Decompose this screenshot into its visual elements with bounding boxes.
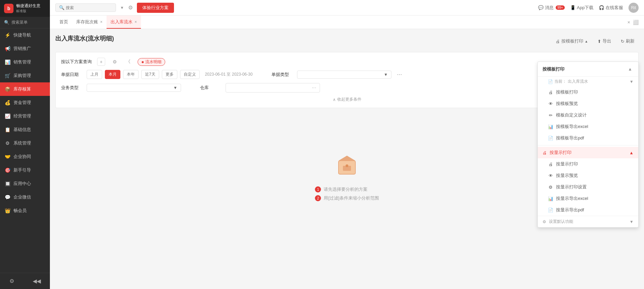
tab-close-all-icon[interactable]: × xyxy=(627,20,630,25)
tab-close-inventory-batch[interactable]: × xyxy=(100,20,103,24)
date-btn-this-month[interactable]: 本月 xyxy=(105,70,120,79)
filter-tag: ● 流水明细 xyxy=(138,58,165,66)
svg-point-3 xyxy=(346,164,348,167)
tab-home[interactable]: 首页 xyxy=(55,16,72,29)
sidebar-item-label: 销售管理 xyxy=(13,59,31,65)
sidebar-item-corp[interactable]: 🤝 企业协同 xyxy=(0,150,50,163)
tab-maximize-icon[interactable]: ⬜ xyxy=(633,20,639,25)
dropdown-item-display-print[interactable]: 🖨 按显示打印 xyxy=(538,158,638,170)
date-range-display: 2023-06-01 至 2023-06-30 xyxy=(205,72,253,77)
dropdown-item-template-design[interactable]: ✏ 模板自定义设计 xyxy=(538,109,638,121)
date-btn-this-year[interactable]: 本年 xyxy=(123,70,139,79)
date-btn-custom[interactable]: 自定义 xyxy=(180,70,200,79)
date-label: 单据日期 xyxy=(61,72,81,78)
sidebar-item-basic[interactable]: 📋 基础信息 xyxy=(0,123,50,136)
sidebar-settings-btn[interactable]: ⚙ xyxy=(7,277,17,286)
sidebar-item-label: 资金管理 xyxy=(13,100,31,106)
sidebar-item-operations[interactable]: 📈 经营管理 xyxy=(0,109,50,123)
topbar-search-box[interactable]: 🔍 xyxy=(55,3,116,12)
dropdown-item-template-pdf[interactable]: 📄 按模板导出pdf xyxy=(538,132,638,144)
refresh-btn[interactable]: ↻ 刷新 xyxy=(618,37,637,46)
svg-marker-1 xyxy=(339,156,355,161)
date-btn-more[interactable]: 更多 xyxy=(162,70,177,79)
topbar-search-icon: 🔍 xyxy=(59,5,64,10)
filter-tag-label: 流水明细 xyxy=(145,59,162,65)
messages-btn[interactable]: 💬 消息 99+ xyxy=(538,5,565,11)
more-icon[interactable]: ··· xyxy=(312,85,316,91)
scroll-up-btn[interactable]: ▲ xyxy=(626,65,634,73)
filter-add-btn[interactable]: + xyxy=(97,58,105,66)
sidebar-collapse-btn[interactable]: ◀◀ xyxy=(30,277,43,286)
sidebar-item-apps[interactable]: 🔲 应用中心 xyxy=(0,177,50,190)
empty-steps: 1 请先选择要分析的方案 2 用[过滤]条件来缩小分析范围 xyxy=(315,186,379,204)
user-avatar-btn[interactable]: Rit xyxy=(628,3,639,13)
topbar: 🔍 ▼ ⚙ 体验行业方案 💬 消息 99+ 📱 App下载 🎧 在线客服 Rit xyxy=(50,0,644,16)
excel-icon: 📊 xyxy=(548,124,553,129)
sidebar-item-member[interactable]: 👑 畅会员 xyxy=(0,204,50,217)
business-type-select[interactable]: ▼ xyxy=(87,84,181,92)
filter-settings-btn[interactable]: ⚙ xyxy=(111,58,119,66)
dropdown-divider xyxy=(538,145,638,146)
pdf-icon: 📄 xyxy=(548,207,553,213)
dropdown-title: 按模板打印 xyxy=(543,66,564,72)
sidebar-item-label: 营销推广 xyxy=(13,46,31,52)
dropdown-item-template-excel[interactable]: 📊 按模板导出excel xyxy=(538,121,638,132)
bill-type-label: 单据类型 xyxy=(271,72,292,78)
headset-icon: 🎧 xyxy=(599,5,604,10)
topbar-search-input[interactable] xyxy=(66,5,106,10)
dropdown-item-display-pdf[interactable]: 📄 按显示导出pdf xyxy=(538,204,638,216)
phone-icon: 📱 xyxy=(570,5,576,10)
export-btn[interactable]: ⬆ 导出 xyxy=(595,37,614,46)
sidebar-item-quick-nav[interactable]: ⚡ 快捷导航 xyxy=(0,28,50,42)
industry-btn[interactable]: 体验行业方案 xyxy=(137,3,174,13)
sidebar-item-label: 畅会员 xyxy=(13,208,27,214)
tab-stock-flow[interactable]: 出入库流水 × xyxy=(107,16,141,29)
dropdown-item-display-settings[interactable]: ⚙ 按显示打印设置 xyxy=(538,181,638,193)
sidebar-search[interactable]: 🔍 搜索菜单 xyxy=(0,17,50,28)
page-content: 出入库流水(流水明细) 🖨 按模板打印 ▲ ⬆ 导出 ↻ 刷新 xyxy=(50,29,644,289)
tab-inventory-batch[interactable]: 库存批次账 × xyxy=(72,16,107,29)
excel-icon: 📊 xyxy=(548,196,553,201)
app-download-btn[interactable]: 📱 App下载 xyxy=(570,5,593,11)
bill-type-more-btn[interactable]: ··· xyxy=(397,71,402,78)
sidebar-item-label: 快捷导航 xyxy=(13,32,31,38)
tab-close-stock-flow[interactable]: × xyxy=(135,20,137,24)
inventory-icon: 📦 xyxy=(4,86,11,93)
topbar-settings-icon[interactable]: ⚙ xyxy=(128,4,133,11)
online-service-btn[interactable]: 🎧 在线客服 xyxy=(599,5,623,11)
template-print-btn[interactable]: 🖨 按模板打印 ▲ xyxy=(553,37,591,46)
dropdown-footer[interactable]: ⚙ 设置默认功能 ▼ xyxy=(538,216,638,227)
sidebar-item-sales[interactable]: 📊 销售管理 xyxy=(0,55,50,69)
filter-collapse-btn[interactable]: 《 xyxy=(124,58,132,66)
sidebar-item-inventory[interactable]: 📦 库存核算 xyxy=(0,82,50,96)
export-icon: ⬆ xyxy=(597,39,601,44)
messages-badge: 99+ xyxy=(556,5,565,10)
topbar-right: 💬 消息 99+ 📱 App下载 🎧 在线客服 Rit xyxy=(538,3,639,13)
chevron-up-icon: ∧ xyxy=(333,97,336,102)
dropdown-item-display-excel[interactable]: 📊 按显示导出excel xyxy=(538,193,638,204)
printer-icon: 🖨 xyxy=(556,39,560,44)
current-value: 出入库流水 xyxy=(568,79,588,84)
sidebar-item-guide[interactable]: 🎯 新手引导 xyxy=(0,163,50,177)
sidebar-item-purchase[interactable]: 🛒 采购管理 xyxy=(0,69,50,82)
dropdown-panel: 按模板打印 ▲ 📄 当前： 出入库流水 ▼ 🖨 按模板打印 👁 按模板预览 xyxy=(537,61,639,228)
sidebar-item-marketing[interactable]: 📢 营销推广 xyxy=(0,42,50,55)
default-settings-icon: ⚙ xyxy=(543,219,546,224)
warehouse-label: 仓库 xyxy=(200,85,220,91)
date-btn-7days[interactable]: 近7天 xyxy=(141,70,159,79)
warehouse-select[interactable]: ··· xyxy=(226,83,320,93)
sidebar: b 畅捷通好生意 标准版 🔍 搜索菜单 ⚡ 快捷导航 📢 营销推广 📊 销售管理… xyxy=(0,0,50,289)
sidebar-item-wechat[interactable]: 💬 企业微信 xyxy=(0,190,50,204)
sidebar-item-system[interactable]: ⚙ 系统管理 xyxy=(0,136,50,150)
date-filter-buttons: 上月 本月 本年 近7天 更多 自定义 xyxy=(87,70,200,79)
bill-type-select[interactable]: ▼ xyxy=(297,71,391,79)
topbar-dropdown-icon[interactable]: ▼ xyxy=(120,5,124,10)
dropdown-item-display-preview[interactable]: 👁 按显示预览 xyxy=(538,170,638,181)
dropdown-item-template-preview[interactable]: 👁 按模板预览 xyxy=(538,98,638,109)
refresh-icon: ↻ xyxy=(621,39,624,44)
dropdown-item-template-print[interactable]: 🖨 按模板打印 xyxy=(538,86,638,98)
date-btn-last-month[interactable]: 上月 xyxy=(87,70,102,79)
sidebar-item-finance[interactable]: 💰 资金管理 xyxy=(0,96,50,109)
tab-label: 库存批次账 xyxy=(76,19,98,25)
dropdown-display-section[interactable]: 🖨 按显示打印 ▲ xyxy=(538,147,638,158)
